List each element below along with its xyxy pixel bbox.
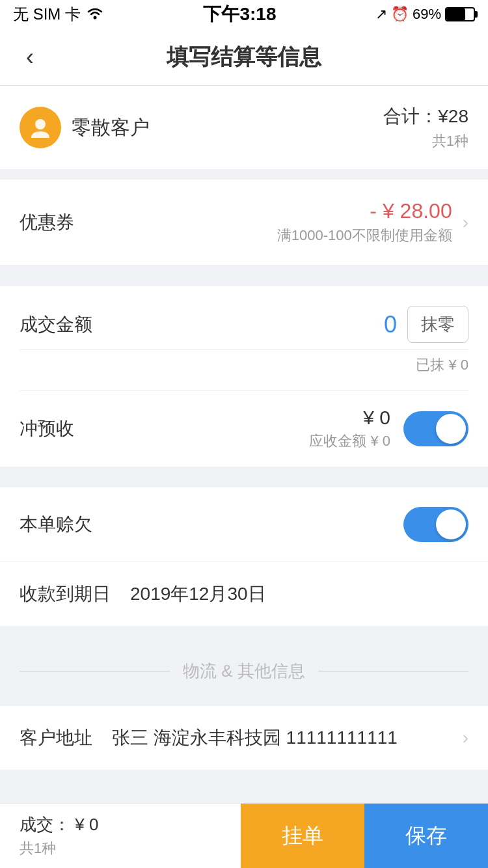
bottom-summary: 成交： ¥ 0 共1种	[0, 804, 241, 868]
credit-toggle[interactable]	[403, 507, 468, 542]
due-date-label: 收款到期日	[20, 582, 111, 606]
wifi-icon	[86, 5, 104, 23]
gap-3	[0, 636, 488, 647]
deal-already-wiped: 已抹 ¥ 0	[20, 350, 468, 390]
status-left: 无 SIM 卡	[13, 4, 104, 25]
coupon-section: 优惠券 - ¥ 28.00 满1000-100不限制使用金额 ›	[0, 180, 488, 265]
battery-icon	[445, 7, 475, 21]
prepay-toggle[interactable]	[403, 411, 468, 446]
location-icon: ↗	[375, 6, 387, 23]
bottom-count: 共1种	[20, 839, 221, 858]
credit-label: 本单赊欠	[20, 512, 92, 537]
prepay-amounts: ¥ 0 应收金额 ¥ 0	[309, 407, 390, 451]
wipe-button[interactable]: 抹零	[407, 306, 468, 343]
save-button[interactable]: 保存	[364, 804, 488, 868]
logistics-label: 物流 & 其他信息	[183, 660, 305, 683]
coupon-row[interactable]: 优惠券 - ¥ 28.00 满1000-100不限制使用金额 ›	[0, 180, 488, 265]
credit-row: 本单赊欠	[0, 487, 488, 562]
coupon-value-block: - ¥ 28.00 满1000-100不限制使用金额	[277, 199, 452, 245]
prepay-sub-value: 应收金额 ¥ 0	[309, 431, 390, 451]
total-amount: 合计：¥28	[383, 104, 468, 129]
bottom-deal-line: 成交： ¥ 0	[20, 813, 221, 836]
credit-section: 本单赊欠 收款到期日 2019年12月30日	[0, 487, 488, 626]
customer-info: 零散客户	[20, 107, 150, 148]
prepay-row: 冲预收 ¥ 0 应收金额 ¥ 0	[20, 390, 468, 467]
status-bar: 无 SIM 卡 下午3:18 ↗ ⏰ 69%	[0, 0, 488, 29]
deal-amount-section: 成交金额 0 抹零 已抹 ¥ 0 冲预收 ¥ 0 应收金额 ¥ 0	[0, 286, 488, 467]
prepay-right: ¥ 0 应收金额 ¥ 0	[309, 407, 468, 451]
battery-percent: 69%	[413, 6, 441, 23]
total-count: 共1种	[383, 131, 468, 151]
coupon-chevron: ›	[463, 212, 468, 233]
credit-toggle-knob	[436, 509, 466, 539]
bottom-deal-label: 成交：	[20, 815, 70, 834]
gap-4	[0, 696, 488, 706]
prepay-main-value: ¥ 0	[309, 407, 390, 429]
due-date-row: 收款到期日 2019年12月30日	[0, 562, 488, 626]
deal-amount-row: 成交金额 0 抹零	[20, 286, 468, 350]
customer-section: 零散客户 合计：¥28 共1种	[0, 86, 488, 169]
due-date-value[interactable]: 2019年12月30日	[130, 582, 266, 606]
svg-point-1	[35, 119, 46, 129]
address-chevron: ›	[463, 727, 468, 748]
sim-status: 无 SIM 卡	[13, 4, 81, 25]
address-row[interactable]: 客户地址 张三 海淀永丰科技园 11111111111 ›	[0, 706, 488, 770]
prepay-label: 冲预收	[20, 416, 74, 441]
coupon-value: - ¥ 28.00	[277, 199, 452, 223]
alarm-icon: ⏰	[391, 6, 409, 23]
gap-2	[0, 477, 488, 487]
pending-button[interactable]: 挂单	[241, 804, 364, 868]
coupon-sub: 满1000-100不限制使用金额	[277, 226, 452, 245]
bottom-deal-value: ¥ 0	[75, 815, 98, 834]
page-title: 填写结算等信息	[167, 42, 321, 72]
gap-1	[0, 276, 488, 286]
prepay-toggle-knob	[436, 414, 466, 444]
bottom-bar: 成交： ¥ 0 共1种 挂单 保存	[0, 803, 488, 868]
deal-amount-value[interactable]: 0	[384, 311, 397, 338]
nav-bar: ‹ 填写结算等信息	[0, 29, 488, 86]
coupon-label: 优惠券	[20, 210, 74, 235]
avatar	[20, 107, 61, 148]
address-label: 客户地址	[20, 726, 92, 750]
svg-point-0	[94, 16, 97, 20]
customer-name: 零散客户	[72, 115, 150, 141]
status-time: 下午3:18	[203, 2, 276, 27]
deal-amount-label: 成交金额	[20, 312, 92, 337]
address-value: 张三 海淀永丰科技园 11111111111	[112, 726, 463, 750]
back-button[interactable]: ‹	[20, 37, 40, 77]
address-section: 客户地址 张三 海淀永丰科技园 11111111111 ›	[0, 706, 488, 770]
coupon-right: - ¥ 28.00 满1000-100不限制使用金额 ›	[277, 199, 468, 245]
customer-total: 合计：¥28 共1种	[383, 104, 468, 151]
status-right: ↗ ⏰ 69%	[375, 6, 475, 23]
logistics-divider: 物流 & 其他信息	[0, 647, 488, 696]
deal-amount-right: 0 抹零	[384, 306, 468, 343]
